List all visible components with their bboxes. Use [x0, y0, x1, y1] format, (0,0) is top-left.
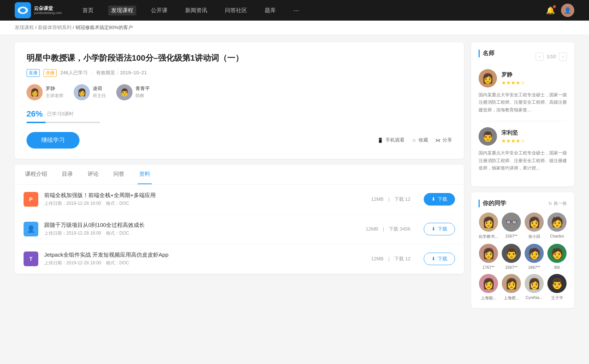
file-name-1: 前端全栈加强版！前端全栈+全周期+多端应用: [44, 192, 365, 199]
notification-bell[interactable]: 🔔: [546, 6, 555, 15]
progress-section: 26% 已学习0课时: [27, 109, 452, 123]
favorite-button[interactable]: ☆ 收藏: [412, 137, 428, 143]
teachers-list: 👩 罗静 主讲老师 👩 凌荷 班主任 👨 青青平: [27, 84, 452, 100]
next-teacher-button[interactable]: ›: [559, 53, 567, 61]
classmate-2-name: 1567**: [505, 234, 517, 238]
teacher-card-2-name: 宋利坚: [501, 129, 525, 136]
tab-toc[interactable]: 目录: [60, 165, 74, 184]
classmate-1: 👩 化学教书...: [479, 213, 498, 239]
teacher-card-2: 👨 宋利坚 ★★★★☆ 国内某重点大学安全工程专业硕士，国家一级注册消防工程师、…: [479, 127, 567, 172]
svg-point-1: [20, 8, 26, 13]
mobile-icon: 📱: [377, 138, 383, 143]
nav-home[interactable]: 首页: [80, 6, 96, 15]
share-button[interactable]: ⋈ 分享: [435, 137, 452, 143]
course-actions: 继续学习 📱 手机观看 ☆ 收藏 ⋈ 分享: [27, 132, 452, 149]
classmate-11-avatar: 👩: [525, 274, 544, 293]
classmate-8-avatar: 🧑: [547, 244, 567, 263]
course-title: 明星中教授课，小学阶段语法100分–强化级第1讲动词（一）: [27, 53, 452, 64]
classmate-6: 👨 1567**: [501, 244, 521, 270]
teacher-2: 👩 凌荷 班主任: [74, 84, 106, 100]
progress-text: 已学习0课时: [47, 111, 74, 117]
file-meta-1: 上传日期：2019-12-28 16:00 格式：DOC: [44, 200, 365, 207]
badge-record: 录播: [43, 69, 57, 77]
breadcrumb-item-2[interactable]: 新媒体营销系列: [38, 25, 71, 30]
tab-qa[interactable]: 问答: [112, 165, 126, 184]
classmate-9-avatar: 👩: [479, 274, 498, 293]
nav-open[interactable]: 公开课: [148, 6, 170, 15]
teacher-card-1: 👩 罗静 ★★★★☆ 国内某重点大学安全工程专业硕士，国家一级注册消防工程师、注…: [479, 69, 567, 114]
teachers-sidebar-card: 名师 ‹ 1/10 › 👩 罗静 ★★★★☆: [471, 42, 574, 186]
classmate-11-name: Cynthia...: [526, 295, 543, 300]
nav-qa[interactable]: 问答社区: [222, 6, 250, 15]
file-item-3: T Jetpack全组件实战 开发短视频应用高仿皮皮虾App 上传日期：2019…: [18, 244, 461, 274]
classmate-4-avatar: 🧑: [547, 213, 567, 232]
breadcrumb-item-1[interactable]: 发现课程: [15, 25, 34, 30]
file-info-3: Jetpack全组件实战 开发短视频应用高仿皮皮虾App 上传日期：2019-1…: [44, 251, 365, 266]
classmates-title: 你的同学: [479, 200, 506, 207]
nav-quiz[interactable]: 题库: [262, 6, 279, 15]
file-stats-2: 12MB ｜ 下载 3456: [366, 226, 410, 232]
tab-reviews[interactable]: 评论: [86, 165, 100, 184]
classmate-7: 🧑 1867**: [524, 244, 544, 270]
continue-learning-button[interactable]: 继续学习: [27, 132, 80, 149]
tab-intro[interactable]: 课程介绍: [24, 165, 49, 184]
classmates-grid: 👩 化学教书... 👓 1567** 👩 张小田 🧑 Charles 👩: [479, 213, 567, 301]
classmate-8-name: Bill: [554, 265, 560, 270]
file-meta-3: 上传日期：2019-12-28 16:00 格式：DOC: [44, 260, 365, 266]
teacher-card-2-avatar: 👨: [479, 127, 497, 146]
logo-text: 云朵课堂: [34, 6, 62, 11]
classmate-2-avatar: 👓: [502, 213, 521, 232]
classmate-6-avatar: 👨: [502, 244, 521, 263]
nav-discover[interactable]: 发现课程: [108, 6, 136, 15]
refresh-classmates-button[interactable]: ↻ 换一换: [549, 200, 567, 207]
teacher-card-1-desc: 国内某重点大学安全工程专业硕士，国家一级注册消防工程师、注册安全工程师、高级注册…: [479, 91, 567, 114]
teacher-1: 👩 罗静 主讲老师: [27, 84, 63, 100]
download-button-2[interactable]: ⬇ 下载: [424, 223, 455, 235]
notification-dot: [553, 5, 556, 8]
teacher-1-avatar: 👩: [27, 84, 43, 100]
star-icon: ☆: [412, 138, 416, 143]
classmate-3: 👩 张小田: [524, 213, 544, 239]
logo[interactable]: 云朵课堂 yundouketang.com: [15, 2, 62, 18]
prev-teacher-button[interactable]: ‹: [536, 53, 544, 61]
classmate-3-name: 张小田: [528, 234, 540, 239]
classmate-10: 👩 上海橙...: [501, 274, 521, 301]
teacher-1-role: 主讲老师: [46, 93, 63, 99]
teacher-card-1-stars: ★★★★☆: [501, 80, 525, 86]
file-name-2: 跟随千万级项目从0到100全过程高效成长: [44, 222, 360, 229]
tabs-bar: 课程介绍 目录 评论 问答 资料: [15, 165, 464, 185]
classmate-3-avatar: 👩: [525, 213, 544, 232]
teacher-3: 👨 青青平 助教: [116, 84, 150, 100]
teacher-1-name: 罗静: [46, 85, 63, 92]
teacher-3-avatar: 👨: [116, 84, 133, 100]
classmate-12-name: 王子平: [551, 295, 563, 301]
badge-live: 直播: [27, 69, 40, 77]
user-avatar[interactable]: 👤: [561, 4, 574, 17]
classmate-1-avatar: 👩: [479, 213, 498, 232]
classmate-9-name: 上海能...: [481, 295, 496, 301]
classmate-4: 🧑 Charles: [547, 213, 567, 239]
nav-more[interactable]: ···: [290, 5, 302, 16]
file-stats-3: 12MB ｜ 下载 12: [371, 256, 410, 262]
teacher-3-role: 助教: [135, 93, 150, 99]
download-button-1[interactable]: ⬇ 下载: [424, 193, 455, 206]
file-list: P 前端全栈加强版！前端全栈+全周期+多端应用 上传日期：2019-12-28 …: [15, 185, 464, 274]
teacher-divider: [479, 121, 567, 121]
mobile-view-button[interactable]: 📱 手机观看: [377, 137, 405, 143]
file-item-1: P 前端全栈加强版！前端全栈+全周期+多端应用 上传日期：2019-12-28 …: [18, 185, 461, 214]
nav-news[interactable]: 新闻资讯: [182, 6, 210, 15]
teacher-2-avatar: 👩: [74, 84, 90, 100]
teacher-card-1-avatar: 👩: [479, 69, 497, 88]
file-info-2: 跟随千万级项目从0到100全过程高效成长 上传日期：2019-12-28 16:…: [44, 222, 360, 236]
download-button-3[interactable]: ⬇ 下载: [424, 253, 455, 265]
teachers-card-header: 名师 ‹ 1/10 ›: [479, 50, 567, 63]
breadcrumb-item-3: 销冠修炼术搞定80%的客户: [75, 25, 133, 30]
progress-percent: 26%: [27, 109, 43, 119]
teacher-card-1-name: 罗静: [501, 71, 525, 78]
classmate-10-avatar: 👩: [502, 274, 521, 293]
tab-materials[interactable]: 资料: [138, 165, 152, 184]
file-meta-2: 上传日期：2019-12-28 16:00 格式：DOC: [44, 230, 360, 236]
file-stats-1: 12MB ｜ 下载 12: [371, 196, 410, 203]
download-icon-1: ⬇: [431, 196, 435, 202]
classmate-2: 👓 1567**: [501, 213, 521, 239]
